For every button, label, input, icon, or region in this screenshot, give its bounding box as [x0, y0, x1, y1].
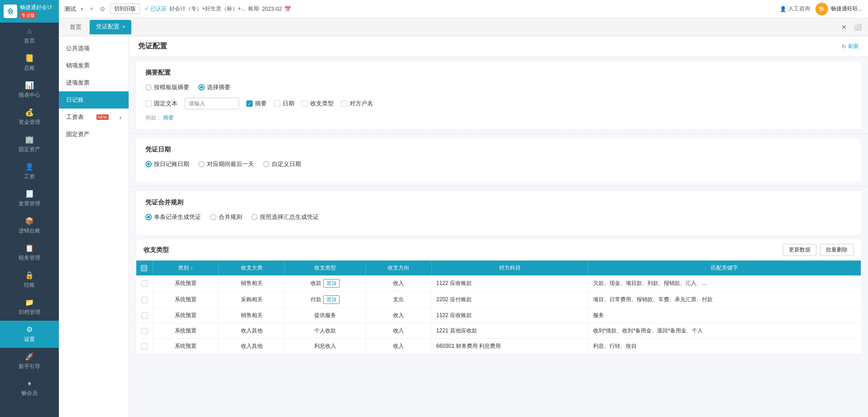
cell-category-4: 系统预置 [153, 339, 219, 354]
left-menu-journal-label: 日记账 [66, 96, 84, 104]
left-menu-item-purchase-invoice[interactable]: 进项发票 [59, 74, 129, 91]
sidebar-item-close[interactable]: 🔒 结账 [0, 266, 59, 294]
th-category[interactable]: 类别 ↓ [153, 261, 219, 275]
sidebar-item-guide[interactable]: 🚀 新手引导 [0, 348, 59, 375]
row-checkbox-0[interactable] [141, 280, 148, 287]
cell-checkbox-3 [136, 323, 153, 339]
topbar-dropdown-arrow[interactable]: ▾ [81, 6, 83, 12]
verified-status: ✓ 已认证 [144, 5, 167, 13]
sidebar-item-settings[interactable]: ⚙ 设置 [0, 321, 59, 348]
checkbox-type[interactable]: 收支类型 [302, 100, 334, 108]
cell-major-type-1: 采购相关 [219, 292, 285, 308]
tabbar-right: ✕ ⬜ [839, 23, 863, 32]
cell-keyword-0: 欠款、现金、项目款、到款、报销款、汇入、... [588, 275, 861, 292]
topbar-right: 👤 人工咨询 畅 畅捷通旺旺... [780, 3, 863, 15]
product-status: 好会计（专）+好生意（标）+... [169, 5, 245, 13]
checkbox-counterpart[interactable]: 对方户名 [341, 100, 373, 108]
tab-home[interactable]: 首页 [63, 20, 88, 34]
row-checkbox-3[interactable] [141, 328, 148, 334]
tab-close-btn[interactable]: × [122, 24, 125, 29]
cell-tag-0[interactable]: 置顶 [323, 279, 340, 288]
checkbox-summary[interactable]: 摘要 [246, 100, 267, 108]
radio-custom-date[interactable]: 自定义日期 [263, 160, 301, 168]
refresh-button[interactable]: ↻ 刷新 [842, 43, 859, 50]
tab-home-label: 首页 [70, 23, 82, 31]
radio-single[interactable]: 单条记录生成凭证 [145, 213, 201, 221]
topbar-add-btn[interactable]: ＋ [88, 4, 95, 14]
left-menu-item-fixed-assets[interactable]: 固定资产 [59, 126, 129, 143]
sidebar: 会 畅捷通好会计 专业版 ⌂ 首页 📒 总账 📊 报表中心 💰 资金管理 🏢 固… [0, 0, 59, 417]
sidebar-item-purchase[interactable]: 📦 进销台账 [0, 212, 59, 239]
counterpart-checkbox [341, 100, 347, 107]
left-menu-item-salary[interactable]: 工资表 NEW › [59, 109, 129, 126]
left-menu-item-sales-invoice[interactable]: 销项发票 [59, 57, 129, 74]
tab-maximize-icon[interactable]: ⬜ [852, 23, 863, 32]
radio-template-label: 按模板版摘要 [154, 83, 189, 91]
cell-counter-account-2: 1122 应收账款 [432, 308, 588, 323]
radio-journal-date-circle [145, 161, 152, 167]
sidebar-item-archive[interactable]: 📁 归档管理 [0, 294, 59, 321]
income-table: 类别 ↓ 收支大类 收支类型 收支方向 对方科目 匹配关键字 系统预置 销售相关 [136, 261, 861, 354]
sidebar-item-home[interactable]: ⌂ 首页 [0, 23, 59, 49]
radio-single-label: 单条记录生成凭证 [154, 213, 201, 221]
fixed-text-input[interactable] [185, 98, 239, 109]
sidebar-item-assets[interactable]: 🏢 固定资产 [0, 131, 59, 158]
radio-journal-date[interactable]: 按日记账日期 [145, 160, 189, 168]
sidebar-item-funds[interactable]: 💰 资金管理 [0, 104, 59, 131]
sidebar-item-assets-label: 固定资产 [19, 146, 40, 153]
tab-close-icon[interactable]: ✕ [839, 23, 849, 32]
period-value: 2023-02 [262, 6, 282, 12]
sidebar-item-ledger-label: 总账 [24, 64, 35, 72]
left-menu-item-journal[interactable]: 日记账 [59, 91, 129, 109]
radio-template[interactable]: 按模板版摘要 [145, 83, 189, 91]
cell-major-type-3: 收入其他 [219, 323, 285, 339]
new-badge: NEW [96, 114, 109, 120]
row-checkbox-2[interactable] [141, 313, 148, 319]
calendar-icon[interactable]: 📅 [284, 6, 291, 12]
sidebar-item-member[interactable]: ♦ 畅会员 [0, 375, 59, 402]
radio-custom-date-label: 自定义日期 [272, 160, 301, 168]
sidebar-item-ledger[interactable]: 📒 总账 [0, 49, 59, 76]
tab-voucher-config[interactable]: 凭证配置 × [90, 20, 131, 34]
logo-icon: 会 [4, 5, 17, 18]
sidebar-item-salary[interactable]: 👤 工资 [0, 158, 59, 185]
service-button[interactable]: 👤 人工咨询 [780, 5, 810, 13]
topbar-status: ✓ 已认证 好会计（专）+好生意（标）+... 账期 2023-02 📅 [144, 5, 291, 13]
left-menu-item-public[interactable]: 公共选项 [59, 40, 129, 57]
radio-period-last[interactable]: 对应期间最后一天 [198, 160, 254, 168]
th-direction: 收支方向 [365, 261, 432, 275]
service-label: 人工咨询 [788, 5, 810, 13]
topbar-title: 测试 [64, 5, 76, 13]
home-icon: ⌂ [27, 27, 32, 35]
salary-expand-icon: › [120, 114, 121, 121]
sidebar-item-reports[interactable]: 📊 报表中心 [0, 76, 59, 104]
topbar-gear-btn[interactable]: ⚙ [100, 5, 106, 13]
row-checkbox-4[interactable] [141, 343, 148, 350]
radio-summary-gen[interactable]: 按照选择汇总生成凭证 [251, 213, 319, 221]
sidebar-item-invoice-mgmt[interactable]: 🧾 发票管理 [0, 185, 59, 212]
cell-direction-2: 收入 [365, 308, 432, 323]
sidebar-nav: ⌂ 首页 📒 总账 📊 报表中心 💰 资金管理 🏢 固定资产 👤 工资 🧾 发票… [0, 23, 59, 417]
summary-section: 摘要配置 按模板版摘要 选择摘要 固定文本 [136, 62, 861, 129]
checkbox-date[interactable]: 日期 [274, 100, 294, 108]
sidebar-item-purchase-label: 进销台账 [19, 227, 40, 235]
checkbox-fixed-text[interactable]: 固定文本 [145, 100, 177, 108]
cell-type-4: 利息收入 [285, 339, 365, 354]
radio-select[interactable]: 选择摘要 [198, 83, 230, 91]
left-menu-sales-invoice-label: 销项发票 [66, 62, 90, 70]
cell-keyword-3: 收到*借款、收到*备用金、退回*备用金、个人 [588, 323, 861, 339]
user-info[interactable]: 畅 畅捷通旺旺... [815, 3, 863, 15]
table-section-title: 收支类型 [144, 246, 169, 254]
radio-select-label: 选择摘要 [207, 83, 230, 91]
update-data-button[interactable]: 更新数据 [783, 244, 816, 256]
header-checkbox[interactable] [141, 265, 147, 271]
sidebar-item-tax[interactable]: 📋 税务管理 [0, 239, 59, 266]
sidebar-item-settings-label: 设置 [24, 336, 35, 343]
batch-delete-button[interactable]: 批量删除 [820, 244, 854, 256]
cell-tag-1[interactable]: 置顶 [323, 295, 340, 304]
row-checkbox-1[interactable] [141, 297, 148, 303]
switch-version-button[interactable]: 切到旧版 [110, 4, 140, 14]
radio-merge[interactable]: 合并规则 [210, 213, 242, 221]
th-major-type: 收支大类 [219, 261, 285, 275]
date-radio-group: 按日记账日期 对应期间最后一天 自定义日期 [145, 160, 852, 168]
